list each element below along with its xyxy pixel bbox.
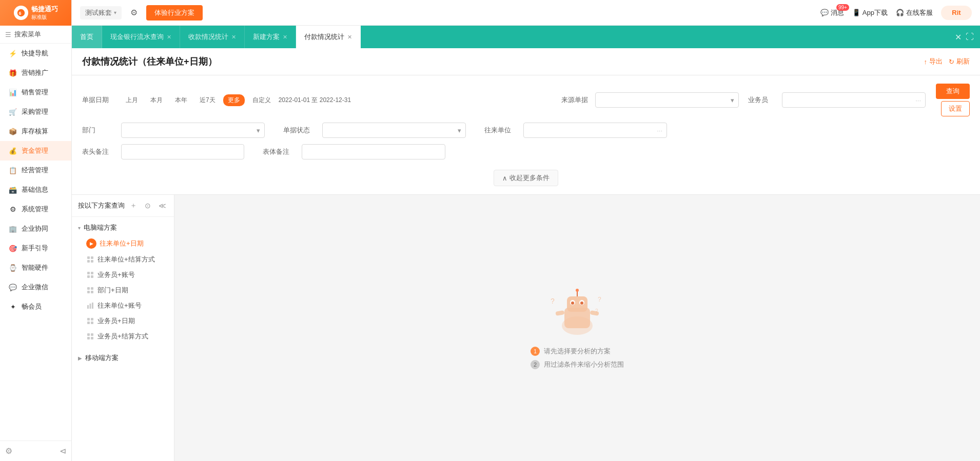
filter-settings-button[interactable]: 设置 — [941, 101, 970, 116]
tab-receipt-stats[interactable]: 收款情况统计 ✕ — [180, 26, 245, 48]
svg-rect-21 — [87, 333, 90, 336]
svg-rect-27 — [567, 296, 587, 312]
tab-payment-stats-label: 付款情况统计 — [304, 32, 344, 42]
trial-industry-button[interactable]: 体验行业方案 — [146, 5, 203, 21]
tab-cash-flow-label: 现金银行流水查询 — [110, 32, 164, 42]
scheme-item-dept-date[interactable]: 部门+日期 — [72, 283, 174, 298]
online-service-button[interactable]: 🎧 在线客服 — [896, 8, 933, 17]
date-btn-this-month[interactable]: 本月 — [146, 94, 167, 106]
scheme-item-unit-account[interactable]: 往来单位+账号 — [72, 298, 174, 313]
svg-point-33 — [576, 289, 579, 292]
maximize-button[interactable]: ⛶ — [966, 32, 974, 42]
dropdown-icon: ▾ — [114, 10, 116, 15]
scheme-item-staff-date[interactable]: 业务员+日期 — [72, 313, 174, 329]
nav-label: 库存核算 — [22, 127, 48, 136]
tab-cash-flow-close[interactable]: ✕ — [167, 34, 171, 41]
tab-receipt-stats-label: 收款情况统计 — [188, 32, 228, 42]
date-range-picker: 上月 本月 本年 近7天 更多 自定义 2022-01-01 至 2022-12… — [121, 94, 351, 106]
svg-text:?: ? — [598, 296, 601, 303]
svg-rect-34 — [555, 310, 564, 316]
messages-button[interactable]: 💬 消息 99+ — [820, 8, 844, 17]
date-btn-custom[interactable]: 自定义 — [248, 94, 276, 106]
head-note-input[interactable] — [121, 144, 244, 159]
download-icon: 📱 — [852, 9, 860, 16]
salesperson-select[interactable]: ··· — [782, 92, 926, 108]
headset-icon: 🎧 — [896, 9, 904, 16]
filter-row-notes: 表头备注 表体备注 — [82, 144, 970, 159]
sidebar-item-purchase[interactable]: 🛒 采购管理 — [0, 102, 71, 122]
tabbar-actions: ✕ ⛶ — [949, 26, 980, 48]
sidebar-item-marketing[interactable]: 🎁 营销推广 — [0, 63, 71, 83]
settings-icon[interactable]: ⚙ — [5, 446, 12, 456]
body-area: 按以下方案查询 ＋ ⊙ ≪ ▾ 电脑端方案 ▶ 往来单位+日期 — [72, 195, 980, 461]
desktop-section-label: 电脑端方案 — [84, 223, 117, 232]
refresh-button[interactable]: ↻ 刷新 — [949, 57, 970, 66]
box-icon: 📦 — [8, 127, 17, 136]
scheme-item-unit-settle[interactable]: 往来单位+结算方式 — [72, 252, 174, 267]
sidebar-item-guide[interactable]: 🎯 新手引导 — [0, 238, 71, 258]
tab-new-scheme[interactable]: 新建方案 ✕ — [245, 26, 296, 48]
sidebar-item-inventory[interactable]: 📦 库存核算 — [0, 122, 71, 141]
scheme-label: 业务员+日期 — [97, 316, 135, 326]
svg-rect-22 — [91, 333, 93, 336]
sidebar-item-finance[interactable]: 💰 资金管理 — [0, 141, 71, 161]
tab-receipt-stats-close[interactable]: ✕ — [231, 34, 236, 41]
tab-payment-stats[interactable]: 付款情况统计 ✕ — [296, 26, 361, 48]
sidebar-item-quick-nav[interactable]: ⚡ 快捷导航 — [0, 44, 71, 63]
wechat-icon: 💬 — [8, 283, 17, 292]
sidebar-item-basic[interactable]: 🗃️ 基础信息 — [0, 180, 71, 199]
vip-icon: ✦ — [8, 302, 17, 311]
counterpart-select[interactable]: ··· — [523, 123, 667, 138]
sidebar-item-hardware[interactable]: ⌚ 智能硬件 — [0, 258, 71, 277]
nav-label: 系统管理 — [22, 205, 48, 214]
sidebar-item-system[interactable]: ⚙ 系统管理 — [0, 199, 71, 219]
mobile-section-header[interactable]: ▶ 移动端方案 — [72, 350, 174, 366]
tab-new-scheme-close[interactable]: ✕ — [283, 34, 287, 41]
date-btn-7days[interactable]: 近7天 — [195, 94, 220, 106]
scheme-label: 部门+日期 — [97, 286, 128, 295]
body-note-input[interactable] — [302, 144, 445, 159]
query-button[interactable]: 查询 — [936, 84, 970, 99]
page-header-actions: ↑ 导出 ↻ 刷新 — [924, 57, 970, 66]
scheme-item-unit-date[interactable]: ▶ 往来单位+日期 — [72, 235, 174, 252]
app-name: 畅捷通巧 — [31, 5, 58, 14]
date-btn-more[interactable]: 更多 — [223, 94, 245, 106]
scheme-settings-button[interactable]: ⊙ — [142, 200, 153, 211]
collapse-conditions-button[interactable]: ∧ 收起更多条件 — [494, 170, 558, 186]
topbar-left: 测试账套 ▾ ⚙ 体验行业方案 — [80, 5, 203, 21]
collapse-sidebar-icon[interactable]: ⊲ — [60, 446, 66, 456]
tab-payment-stats-close[interactable]: ✕ — [347, 34, 352, 41]
collapse-icon: ∧ — [502, 174, 507, 182]
app-download-button[interactable]: 📱 App下载 — [852, 8, 888, 17]
sidebar-item-wechat[interactable]: 💬 企业微信 — [0, 277, 71, 297]
filter-row-dept: 部门 ▾ 单据状态 ▾ 往来单位 ··· — [82, 123, 970, 138]
close-all-tabs-button[interactable]: ✕ — [955, 32, 962, 42]
search-menu[interactable]: ☰ 搜索菜单 — [0, 26, 71, 44]
account-selector[interactable]: 测试账套 ▾ — [80, 6, 122, 19]
date-btn-this-year[interactable]: 本年 — [170, 94, 192, 106]
tab-home[interactable]: 首页 — [72, 26, 102, 48]
step1-text: 请先选择要分析的方案 — [544, 347, 611, 356]
empty-step-1: 1 请先选择要分析的方案 — [531, 347, 624, 356]
nav-label: 新手引导 — [22, 244, 48, 253]
scheme-label: 业务员+结算方式 — [97, 332, 148, 341]
settings-gear-button[interactable]: ⚙ — [126, 5, 142, 21]
source-doc-select[interactable]: ▾ — [595, 92, 739, 108]
sidebar-item-enterprise[interactable]: 🏢 企业协同 — [0, 219, 71, 238]
sidebar-header: 6 畅捷通巧 标准版 — [0, 0, 71, 26]
enterprise-icon: 🏢 — [8, 224, 17, 233]
sidebar-item-sales[interactable]: 📊 销售管理 — [0, 83, 71, 102]
export-button[interactable]: ↑ 导出 — [924, 57, 943, 66]
department-select[interactable]: ▾ — [121, 123, 265, 138]
sidebar-item-member[interactable]: ✦ 畅会员 — [0, 297, 71, 316]
sidebar-item-operation[interactable]: 📋 经营管理 — [0, 161, 71, 180]
tab-cash-flow[interactable]: 现金银行流水查询 ✕ — [102, 26, 180, 48]
panel-collapse-button[interactable]: ≪ — [156, 200, 168, 211]
scheme-item-staff-account[interactable]: 业务员+账号 — [72, 267, 174, 283]
doc-status-select[interactable]: ▾ — [322, 123, 466, 138]
scheme-item-staff-settle[interactable]: 业务员+结算方式 — [72, 329, 174, 344]
add-scheme-button[interactable]: ＋ — [128, 200, 139, 211]
desktop-section-header[interactable]: ▾ 电脑端方案 — [72, 220, 174, 235]
user-avatar[interactable]: Rit — [941, 6, 972, 20]
date-btn-last-month[interactable]: 上月 — [121, 94, 143, 106]
